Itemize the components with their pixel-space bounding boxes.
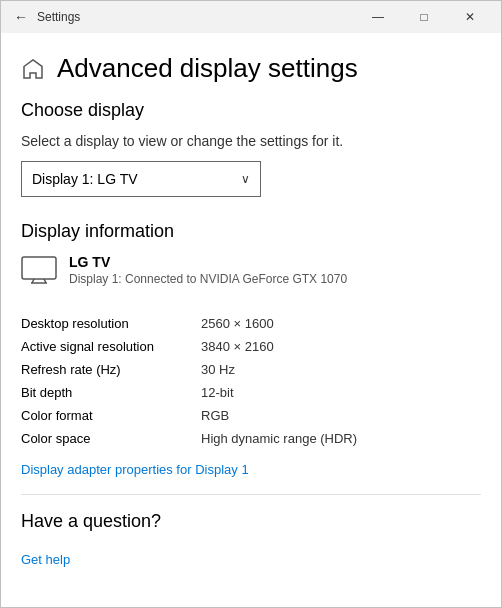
page-header: Advanced display settings bbox=[21, 33, 481, 100]
display-info-section: Display information LG TV Display 1: Con… bbox=[21, 221, 481, 478]
table-row: Color formatRGB bbox=[21, 404, 481, 427]
display-name: LG TV bbox=[69, 254, 347, 270]
table-row: Bit depth12-bit bbox=[21, 381, 481, 404]
table-row: Desktop resolution2560 × 1600 bbox=[21, 312, 481, 335]
display-dropdown[interactable]: Display 1: LG TV ∨ bbox=[21, 161, 261, 197]
table-row: Refresh rate (Hz)30 Hz bbox=[21, 358, 481, 381]
choose-display-section: Choose display Select a display to view … bbox=[21, 100, 481, 197]
info-value: 12-bit bbox=[201, 385, 234, 400]
display-identity: LG TV Display 1: Connected to NVIDIA GeF… bbox=[69, 254, 347, 286]
page-title: Advanced display settings bbox=[57, 53, 358, 84]
info-label: Color format bbox=[21, 408, 201, 423]
info-label: Active signal resolution bbox=[21, 339, 201, 354]
window-title: Settings bbox=[37, 10, 355, 24]
choose-display-title: Choose display bbox=[21, 100, 481, 121]
title-bar: ← Settings — □ ✕ bbox=[1, 1, 501, 33]
dropdown-value: Display 1: LG TV bbox=[32, 171, 138, 187]
monitor-icon bbox=[21, 256, 57, 288]
info-value: RGB bbox=[201, 408, 229, 423]
choose-display-subtitle: Select a display to view or change the s… bbox=[21, 133, 481, 149]
display-adapter-link[interactable]: Display adapter properties for Display 1 bbox=[21, 462, 249, 477]
display-info-title: Display information bbox=[21, 221, 481, 242]
svg-rect-0 bbox=[22, 257, 56, 279]
close-button[interactable]: ✕ bbox=[447, 1, 493, 33]
display-info-header: LG TV Display 1: Connected to NVIDIA GeF… bbox=[21, 254, 481, 296]
window-controls: — □ ✕ bbox=[355, 1, 493, 33]
info-value: High dynamic range (HDR) bbox=[201, 431, 357, 446]
info-label: Color space bbox=[21, 431, 201, 446]
main-content: Advanced display settings Choose display… bbox=[1, 33, 501, 607]
display-connection-info: Display 1: Connected to NVIDIA GeForce G… bbox=[69, 272, 347, 286]
question-section: Have a question? Get help bbox=[21, 511, 481, 568]
info-table: Desktop resolution2560 × 1600Active sign… bbox=[21, 312, 481, 450]
table-row: Active signal resolution3840 × 2160 bbox=[21, 335, 481, 358]
table-row: Color spaceHigh dynamic range (HDR) bbox=[21, 427, 481, 450]
info-value: 3840 × 2160 bbox=[201, 339, 274, 354]
info-value: 2560 × 1600 bbox=[201, 316, 274, 331]
section-divider bbox=[21, 494, 481, 495]
maximize-button[interactable]: □ bbox=[401, 1, 447, 33]
info-label: Bit depth bbox=[21, 385, 201, 400]
home-icon bbox=[21, 57, 45, 81]
chevron-down-icon: ∨ bbox=[241, 172, 250, 186]
info-label: Desktop resolution bbox=[21, 316, 201, 331]
back-button[interactable]: ← bbox=[9, 5, 33, 29]
info-value: 30 Hz bbox=[201, 362, 235, 377]
question-title: Have a question? bbox=[21, 511, 481, 532]
info-label: Refresh rate (Hz) bbox=[21, 362, 201, 377]
minimize-button[interactable]: — bbox=[355, 1, 401, 33]
get-help-link[interactable]: Get help bbox=[21, 552, 70, 567]
